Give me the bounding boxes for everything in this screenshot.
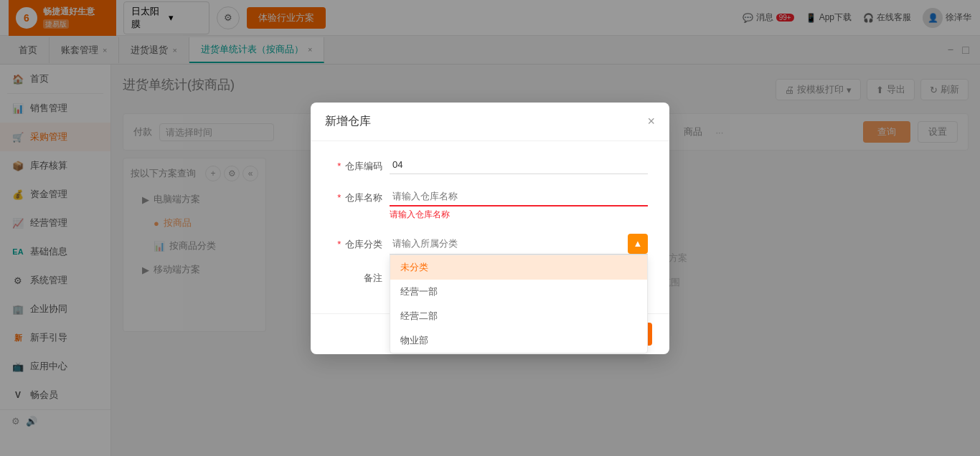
category-dropdown-toggle[interactable]: ▲ — [628, 234, 648, 254]
dropdown-option-op1[interactable]: 经营一部 — [390, 280, 647, 304]
category-field: ▲ 未分类 经营一部 经营二部 物业部 — [390, 234, 648, 255]
dropdown-option-op3[interactable]: 物业部 — [390, 328, 647, 353]
name-input[interactable] — [390, 187, 648, 206]
category-label: * 仓库分类 — [332, 234, 390, 251]
name-label: * 仓库名称 — [332, 187, 390, 204]
modal-body: * 仓库编码 * 仓库名称 请输入仓库名称 — [311, 141, 669, 313]
modal-overlay: 新增仓库 × * 仓库编码 * 仓库名称 — [0, 0, 980, 456]
modal-close-button[interactable]: × — [647, 114, 655, 129]
category-input[interactable] — [390, 234, 628, 252]
form-row-code: * 仓库编码 — [332, 156, 648, 174]
note-label: 备注 — [332, 267, 390, 285]
dropdown-option-op2[interactable]: 经营二部 — [390, 304, 647, 328]
code-field — [390, 156, 648, 174]
modal-title: 新增仓库 — [325, 114, 371, 129]
add-warehouse-modal: 新增仓库 × * 仓库编码 * 仓库名称 — [311, 103, 669, 354]
code-label: * 仓库编码 — [332, 156, 390, 173]
modal-header: 新增仓库 × — [311, 103, 669, 141]
name-error-message: 请输入仓库名称 — [390, 209, 648, 221]
name-field: 请输入仓库名称 — [390, 187, 648, 221]
category-dropdown-row: ▲ — [390, 234, 648, 255]
dropdown-option-none[interactable]: 未分类 — [390, 255, 647, 280]
category-dropdown-list: 未分类 经营一部 经营二部 物业部 — [390, 255, 648, 353]
chevron-up-icon: ▲ — [633, 238, 643, 249]
code-input[interactable] — [390, 156, 648, 174]
form-row-name: * 仓库名称 请输入仓库名称 — [332, 187, 648, 221]
form-row-category: * 仓库分类 ▲ 未分类 经营一部 经营二部 物业部 — [332, 234, 648, 255]
